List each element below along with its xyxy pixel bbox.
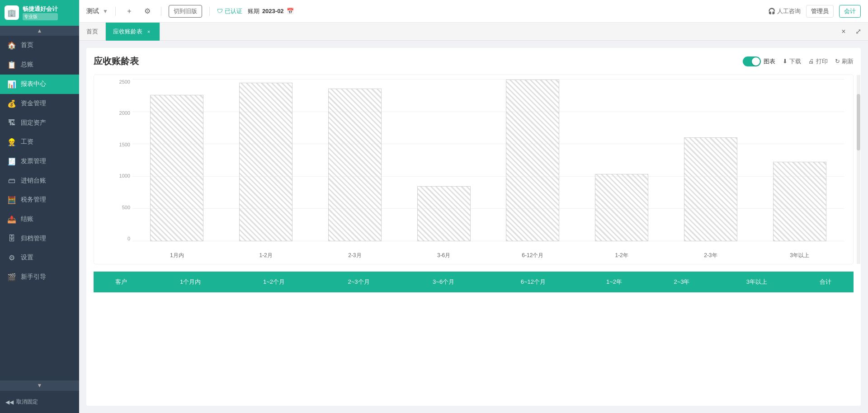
tab-home-label: 首页	[86, 28, 98, 36]
col-header-1-2m: 1~2个月	[231, 272, 316, 292]
sidebar-item-fund-mgmt[interactable]: 💰 资金管理	[0, 94, 79, 113]
workspace-selector[interactable]: 测试 ▼	[86, 7, 108, 15]
headset-icon: 🎧	[768, 8, 775, 14]
chart-scrollbar[interactable]	[857, 75, 860, 264]
report-title: 应收账龄表	[94, 55, 139, 67]
assets-icon: 🏗	[7, 119, 16, 127]
refresh-button[interactable]: ↻ 刷新	[835, 57, 854, 66]
home-icon: 🏠	[7, 41, 16, 50]
bar-group-2	[311, 80, 400, 241]
bar-group-0	[132, 80, 222, 241]
sidebar-item-payroll[interactable]: 👷 工资	[0, 132, 79, 152]
topbar-divider-2	[161, 7, 161, 16]
cancel-fixed-icon: ◀◀	[5, 399, 14, 405]
gear-icon: ⚙	[144, 7, 151, 15]
tabbar: 首页 应收账龄表 × × ⤢	[79, 23, 868, 41]
chart-scrollbar-thumb[interactable]	[857, 94, 860, 150]
bars-container	[132, 80, 844, 241]
sidebar-item-label: 发票管理	[21, 157, 46, 165]
cancel-fixed-button[interactable]: ◀◀ 取消固定	[0, 394, 79, 409]
bar-group-5	[577, 80, 666, 241]
expand-button[interactable]: ⤢	[852, 25, 864, 38]
chart-toggle[interactable]	[743, 56, 761, 66]
y-label-1500: 1500	[112, 142, 130, 147]
tab-ar-aging-label: 应收账龄表	[113, 28, 142, 36]
x-label-7: 3年以上	[755, 252, 844, 259]
bar-group-6	[666, 80, 755, 241]
chart-area: 0 500 1000 1500 2000 2500	[94, 75, 854, 264]
x-label-6: 2-3年	[666, 252, 755, 259]
role-button[interactable]: 会计	[839, 5, 861, 18]
sidebar-item-guide[interactable]: 🎬 新手引导	[0, 268, 79, 287]
ledger-icon: 📋	[7, 61, 16, 69]
y-label-0: 0	[112, 236, 130, 241]
cancel-fixed-label: 取消固定	[16, 398, 38, 406]
sidebar-item-label: 新手引导	[21, 273, 46, 281]
invoice-icon: 🧾	[7, 157, 16, 166]
tab-ar-aging[interactable]: 应收账龄表 ×	[106, 23, 160, 41]
close-tab-button[interactable]: ×	[837, 25, 850, 38]
sidebar-item-reports[interactable]: 📊 报表中心	[0, 75, 79, 94]
sidebar-item-checkout[interactable]: 📤 结账	[0, 210, 79, 229]
settings-button[interactable]: ⚙	[141, 5, 154, 18]
plus-icon: +	[127, 7, 131, 15]
app-badge: 专业版	[23, 13, 58, 20]
sales-icon: 🗃	[7, 177, 16, 185]
sidebar-item-fixed-assets[interactable]: 🏗 固定资产	[0, 113, 79, 132]
close-icon: ×	[841, 28, 845, 36]
refresh-icon: ↻	[835, 58, 840, 65]
bar-group-7	[755, 80, 844, 241]
sidebar-item-sales-purchase[interactable]: 🗃 进销台账	[0, 171, 79, 190]
calendar-icon[interactable]: 📅	[287, 8, 294, 14]
sidebar-scroll-up[interactable]: ▲	[0, 26, 79, 36]
period-value: 2023-02	[262, 8, 284, 14]
app-name: 畅捷通好会计	[23, 5, 58, 13]
bar-3	[417, 186, 471, 241]
y-label-1000: 1000	[112, 174, 130, 178]
y-label-2000: 2000	[112, 111, 130, 116]
x-label-5: 1-2年	[577, 252, 666, 259]
topbar-divider-1	[115, 7, 116, 16]
y-label-2500: 2500	[112, 80, 130, 84]
sidebar-bottom: ◀◀ 取消固定	[0, 390, 79, 413]
x-axis: 1月内1-2月2-3月3-6月6-12个月1-2年2-3年3年以上	[132, 252, 844, 259]
expand-icon: ⤢	[855, 27, 861, 36]
payroll-icon: 👷	[7, 138, 16, 146]
switch-old-version-button[interactable]: 切到旧版	[169, 5, 202, 18]
service-button[interactable]: 🎧 人工咨询	[768, 7, 801, 15]
sidebar-item-general-ledger[interactable]: 📋 总账	[0, 55, 79, 75]
sidebar-item-label: 固定资产	[21, 119, 46, 127]
sidebar-item-home[interactable]: 🏠 首页	[0, 36, 79, 55]
x-label-3: 3-6月	[399, 252, 488, 259]
sidebar-item-tax-mgmt[interactable]: 🧮 税务管理	[0, 190, 79, 210]
switch-old-label: 切到旧版	[174, 8, 197, 14]
topbar-divider-3	[209, 7, 210, 16]
col-header-customer: 客户	[94, 272, 149, 292]
add-button[interactable]: +	[123, 5, 136, 18]
sidebar-item-label: 税务管理	[21, 196, 46, 204]
user-button[interactable]: 管理员	[806, 5, 834, 18]
toggle-track[interactable]	[743, 56, 761, 66]
sidebar-item-invoice-mgmt[interactable]: 🧾 发票管理	[0, 152, 79, 171]
tax-icon: 🧮	[7, 196, 16, 204]
data-table: 客户 1个月内 1~2个月 2~3个月 3~6个月 6~12个月 1~2年 2~…	[94, 272, 854, 292]
sidebar-scroll-down[interactable]: ▼	[0, 380, 79, 390]
print-button[interactable]: 🖨 打印	[808, 57, 828, 66]
sidebar: 🏢 畅捷通好会计 专业版 ▲ 🏠 首页 📋 总账 📊 报表中心 💰 资金管理 🏗…	[0, 0, 79, 413]
bar-0	[150, 95, 203, 241]
sidebar-logo[interactable]: 🏢 畅捷通好会计 专业版	[0, 0, 79, 26]
tab-home[interactable]: 首页	[79, 23, 106, 41]
page-content: 应收账龄表 图表 ⬇ 下载 �	[79, 41, 868, 413]
toggle-label: 图表	[764, 57, 775, 66]
x-label-4: 6-12个月	[488, 252, 577, 259]
sidebar-item-archive-mgmt[interactable]: 🗄 归档管理	[0, 229, 79, 248]
fund-icon: 💰	[7, 99, 16, 108]
tab-close-button[interactable]: ×	[145, 28, 152, 35]
col-header-1-2y: 1~2年	[580, 272, 648, 292]
col-header-3y+: 3年以上	[716, 272, 798, 292]
download-button[interactable]: ⬇ 下载	[783, 57, 801, 66]
main-content: 测试 ▼ + ⚙ 切到旧版 🛡 已认证 账期 2023-02 📅 🎧 人工咨询	[79, 0, 868, 413]
chevron-down-icon: ▼	[103, 8, 108, 14]
logo-icon: 🏢	[5, 5, 19, 20]
sidebar-item-settings[interactable]: ⚙ 设置	[0, 248, 79, 268]
